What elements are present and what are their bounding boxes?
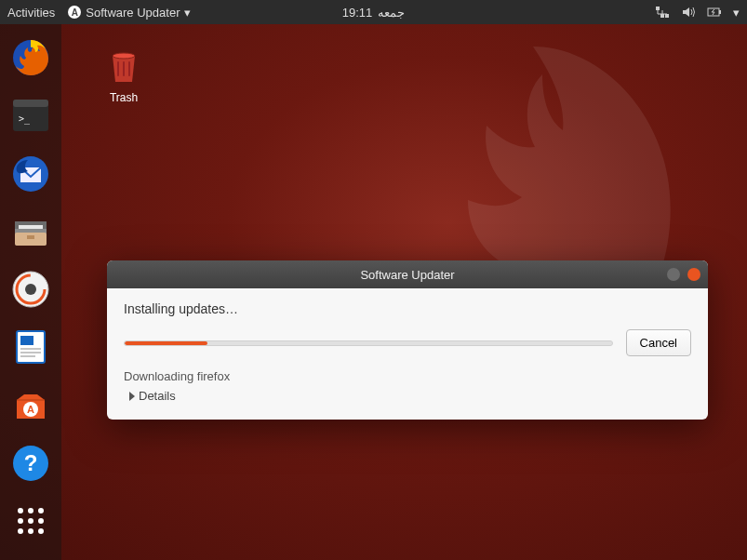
- svg-text:>_: >_: [19, 113, 31, 125]
- system-tray[interactable]: ▾: [655, 5, 740, 20]
- svg-rect-8: [13, 100, 48, 107]
- apps-grid-icon: [18, 508, 44, 534]
- clock[interactable]: 19:11 جمعه: [342, 6, 406, 20]
- chevron-down-icon: ▾: [184, 6, 191, 20]
- cancel-button[interactable]: Cancel: [626, 329, 691, 356]
- network-icon: [655, 5, 670, 20]
- dock-thunderbird[interactable]: [9, 153, 52, 193]
- close-button[interactable]: [687, 268, 700, 281]
- status-text: Installing updates…: [124, 301, 691, 316]
- details-label: Details: [139, 389, 176, 403]
- chevron-down-icon: ▾: [733, 6, 740, 20]
- dock-help[interactable]: ?: [9, 443, 52, 484]
- svg-rect-13: [19, 225, 43, 229]
- software-updater-icon: A: [68, 6, 81, 19]
- trash-icon: [101, 43, 146, 87]
- svg-rect-2: [660, 14, 664, 18]
- svg-point-18: [25, 284, 36, 295]
- desktop-trash[interactable]: Trash: [93, 43, 154, 104]
- battery-icon: [707, 5, 722, 20]
- details-toggle[interactable]: Details: [129, 389, 691, 403]
- dock-writer[interactable]: [9, 327, 52, 367]
- svg-rect-30: [123, 61, 125, 76]
- svg-rect-29: [117, 61, 119, 76]
- dock-firefox[interactable]: [9, 37, 52, 78]
- dialog-title: Software Updater: [360, 268, 454, 282]
- download-text: Downloading firefox: [124, 369, 691, 383]
- software-updater-dialog: Software Updater Installing updates… Can…: [107, 260, 708, 420]
- dock-files[interactable]: [9, 211, 52, 252]
- progress-fill: [125, 341, 207, 345]
- svg-rect-20: [20, 336, 33, 345]
- svg-text:?: ?: [24, 450, 38, 475]
- clock-day: جمعه: [378, 6, 405, 20]
- progress-bar: [124, 340, 613, 346]
- show-applications[interactable]: [9, 500, 52, 541]
- dock-rhythmbox[interactable]: [9, 269, 52, 310]
- activities-button[interactable]: Activities: [7, 6, 55, 20]
- svg-rect-31: [128, 61, 130, 76]
- desktop-trash-label: Trash: [110, 91, 138, 104]
- dock: >_ A ?: [0, 24, 61, 560]
- dock-software[interactable]: A: [9, 384, 52, 425]
- svg-rect-5: [719, 10, 721, 14]
- svg-rect-3: [665, 14, 669, 18]
- svg-rect-1: [656, 7, 660, 10]
- svg-rect-15: [27, 235, 34, 239]
- minimize-button[interactable]: [667, 268, 680, 281]
- top-panel: Activities A Software Updater ▾ 19:11 جم…: [0, 0, 747, 24]
- clock-time: 19:11: [342, 6, 373, 20]
- app-menu-label: Software Updater: [86, 6, 180, 20]
- dock-terminal[interactable]: >_: [9, 95, 52, 136]
- app-menu[interactable]: A Software Updater ▾: [68, 6, 191, 20]
- dialog-titlebar[interactable]: Software Updater: [107, 260, 708, 288]
- triangle-right-icon: [129, 392, 135, 401]
- svg-point-0: [598, 149, 617, 167]
- volume-icon: [681, 5, 696, 20]
- svg-text:A: A: [27, 404, 34, 415]
